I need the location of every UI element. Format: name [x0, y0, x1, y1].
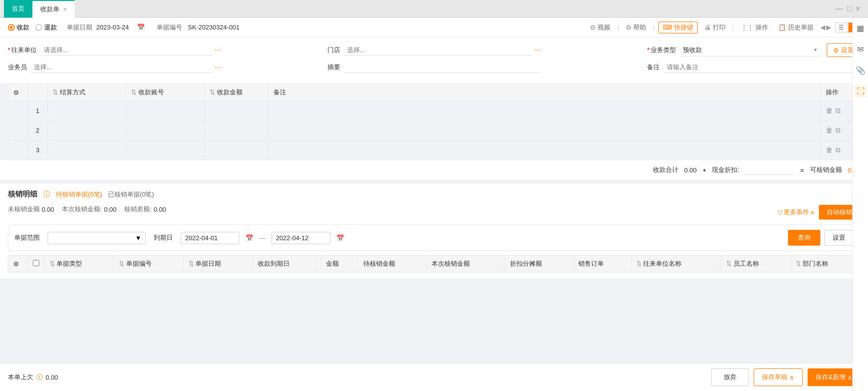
tab-home[interactable]: 首页: [4, 0, 32, 18]
sidebar-table-icon[interactable]: ▦: [855, 22, 866, 35]
filter-actions: 查询 设置: [788, 230, 854, 246]
win-max-btn[interactable]: □: [847, 4, 852, 13]
footer: 本单上欠 ⓘ 0.00 放弃 保存草稿 ∧ 保存&新增 ∧: [0, 363, 868, 391]
list-view-btn[interactable]: ☰: [835, 23, 847, 32]
sidebar-expand-icon[interactable]: ⛶: [855, 85, 867, 98]
remark-input[interactable]: [664, 62, 860, 73]
td-num-2: 2: [28, 121, 48, 140]
number-value: SK-20230324-001: [188, 24, 240, 31]
td-amount-3[interactable]: [205, 140, 269, 160]
select-all-checkbox[interactable]: [33, 260, 39, 266]
table-row: 1 🗑 ⧉: [8, 101, 860, 121]
td-amount-2[interactable]: [205, 121, 269, 140]
more-conditions-label: 更多条件: [784, 208, 809, 217]
bth-date: ⇅ 单据日期: [183, 255, 252, 273]
td-method-3[interactable]: [48, 140, 126, 160]
calendar-icon[interactable]: 📅: [135, 23, 147, 32]
store-more-icon[interactable]: ···: [534, 46, 541, 54]
footer-info-icon[interactable]: ⓘ: [36, 373, 43, 382]
copy-icon-3[interactable]: ⧉: [836, 146, 841, 154]
delete-icon-2[interactable]: 🗑: [826, 126, 833, 135]
sidebar-attachment-icon[interactable]: 📎: [854, 64, 868, 77]
tab-receipts-label: 收款单: [40, 5, 59, 14]
delete-icon-3[interactable]: 🗑: [826, 146, 833, 154]
sidebar-email-icon[interactable]: ✉: [855, 43, 866, 56]
win-close-btn[interactable]: ×: [856, 4, 860, 13]
counterpart-input[interactable]: [41, 45, 213, 56]
uncancelled-label: 未核销金额: [8, 205, 40, 214]
sort-bth-num: ⇅: [119, 260, 124, 267]
td-method-2[interactable]: [48, 121, 126, 140]
td-method-1[interactable]: [48, 101, 126, 121]
tab-close-icon[interactable]: ×: [63, 6, 67, 13]
td-remark-3[interactable]: [269, 140, 821, 160]
calendar-from-icon[interactable]: 📅: [245, 234, 253, 242]
salesperson-more-icon[interactable]: ···: [215, 63, 221, 71]
bth-checkbox[interactable]: [28, 255, 45, 273]
query-btn[interactable]: 查询: [788, 230, 820, 246]
abandon-btn[interactable]: 放弃: [711, 368, 749, 386]
shortcut-icon: ⌨: [663, 24, 672, 31]
current-label: 本次核销金额:: [62, 205, 102, 214]
th-account: ⇅ 收款账号: [126, 84, 205, 101]
remark-label: 备注: [647, 63, 660, 72]
copy-icon-1[interactable]: ⧉: [836, 107, 841, 115]
radio-receive[interactable]: 收款: [8, 23, 29, 32]
sort-bth-dept: ⇅: [796, 260, 801, 267]
sort-icon: ⇅: [53, 88, 58, 96]
video-icon: ⊙: [590, 24, 596, 31]
sort-bth-emp: ⇅: [726, 260, 732, 267]
business-type-select[interactable]: 预收款 ▼: [680, 44, 821, 56]
td-remark-1[interactable]: [269, 101, 821, 121]
win-min-btn[interactable]: —: [835, 4, 843, 13]
discount-input[interactable]: [745, 165, 794, 175]
range-select[interactable]: ▼: [48, 232, 146, 244]
td-num-1: 1: [28, 101, 48, 121]
summary-input[interactable]: [344, 62, 541, 73]
settings-gear-icon: ⚙: [13, 89, 19, 96]
settings-icon-small: ⚙: [13, 260, 19, 268]
tab-receipts[interactable]: 收款单 ×: [32, 0, 75, 18]
td-account-1[interactable]: [126, 101, 205, 121]
td-remark-2[interactable]: [269, 121, 821, 140]
date-to-input[interactable]: [271, 232, 330, 244]
copy-icon-2[interactable]: ⧉: [836, 126, 841, 135]
td-account-2[interactable]: [126, 121, 205, 140]
verif-info-icon[interactable]: ⓘ: [43, 190, 50, 199]
td-account-3[interactable]: [126, 140, 205, 160]
uncancelled-value: 0.00: [42, 206, 54, 213]
filter-settings-btn[interactable]: 设置: [824, 230, 854, 246]
th-settings[interactable]: ⚙: [8, 84, 28, 101]
help-btn[interactable]: ⊙ 帮助: [623, 22, 649, 33]
salesperson-field: 业务员 ···: [8, 62, 221, 73]
bth-settings[interactable]: ⚙: [8, 255, 28, 273]
prev-arrow[interactable]: ◀: [820, 24, 825, 31]
history-btn[interactable]: 📋 历史单据: [775, 22, 816, 33]
video-btn[interactable]: ⊙ 视频: [587, 22, 613, 33]
operation-label: 操作: [756, 23, 768, 32]
shortcut-btn[interactable]: ⌨ 快捷键: [658, 22, 697, 33]
pending-tab[interactable]: 待核销单据(0笔): [56, 190, 102, 199]
toolbar-right: ⊙ 视频 | ⊙ 帮助 | ⌨ 快捷键 🖨 打印 | ⋮⋮ 操作: [587, 22, 860, 33]
sort-bth-type: ⇅: [50, 260, 55, 267]
td-amount-1[interactable]: [205, 101, 269, 121]
total-value: 0.00: [684, 167, 697, 174]
operation-btn[interactable]: ⋮⋮ 操作: [738, 22, 771, 33]
delete-icon-1[interactable]: 🗑: [826, 107, 833, 115]
print-label: 打印: [713, 23, 726, 32]
more-conditions-btn[interactable]: ▽ 更多条件 ∧: [778, 208, 815, 217]
next-arrow[interactable]: ▶: [826, 24, 831, 31]
date-from-input[interactable]: [181, 232, 240, 244]
td-num-3: 3: [28, 140, 48, 160]
counterpart-more-icon[interactable]: ···: [215, 46, 221, 54]
table-row: 3 🗑 ⧉: [8, 140, 860, 160]
print-btn[interactable]: 🖨 打印: [702, 22, 729, 33]
done-tab[interactable]: 已核销单据(0笔): [108, 190, 154, 199]
draft-btn[interactable]: 保存草稿 ∧: [754, 368, 803, 386]
radio-refund[interactable]: 退款: [35, 23, 57, 32]
calendar-to-icon[interactable]: 📅: [336, 234, 344, 242]
store-input[interactable]: [344, 45, 532, 56]
video-label: 视频: [597, 23, 610, 32]
salesperson-input[interactable]: [31, 62, 213, 73]
chevron-up-icon: ∧: [810, 209, 815, 216]
